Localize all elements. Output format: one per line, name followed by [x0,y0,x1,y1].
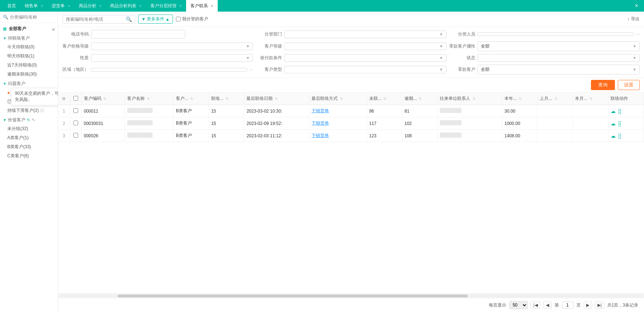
more-action-icon-0[interactable]: ⣿ [618,108,621,114]
sidebar-section-problem[interactable]: ▼ 问题客户 [0,79,58,88]
next-page-button[interactable]: ▶ [584,301,592,309]
th-this-month[interactable]: 本月... ⇅ [573,93,608,105]
th-code[interactable]: 客户编码 ⇅ [81,93,125,105]
th-unit-contact[interactable]: 往来单位联系人 ⇅ [438,93,502,105]
more-conditions-button[interactable]: ▼ 更多条件 ▲ [138,15,173,24]
settings-button[interactable]: 设置 [618,80,640,90]
contact-action-icon-2[interactable]: ☁ [611,133,616,139]
nav-home[interactable]: 首页 [3,0,20,12]
select-all-checkbox[interactable] [73,96,78,101]
horizontal-scrollbar[interactable] [58,293,644,298]
sidebar-item-today[interactable]: 今天待联络(0) [0,42,58,52]
payment-select[interactable]: ▼ [284,54,446,62]
zero-sale-attr-select[interactable]: 全部 ▼ [478,41,640,51]
method-link-0[interactable]: 下销货单 [311,108,329,113]
scrollbar-thumb[interactable] [118,295,467,297]
more-action-icon-2[interactable]: ⣿ [618,133,621,139]
th-type[interactable]: 客户... ⇅ [173,93,209,105]
th-name[interactable]: 客户名称 ⇅ [125,93,174,105]
method-link-1[interactable]: 下销货单 [311,121,329,126]
nav-purchase[interactable]: 进货单 × [47,0,74,12]
sidebar-section-pending[interactable]: ▼ 待联络客户 [0,33,58,42]
nav-sales[interactable]: 销售单 × [20,0,47,12]
gender-select[interactable]: ▼ [91,54,253,62]
my-customers-checkbox[interactable] [176,17,181,21]
status-select[interactable]: ▼ [478,54,640,62]
search-input[interactable] [66,17,126,22]
sidebar-item-7days[interactable]: 近7天待联络(0) [0,61,58,70]
sidebar-item-class-c[interactable]: C类客户(6) [0,151,58,161]
prev-page-button[interactable]: ◀ [543,301,552,309]
th-checkbox[interactable] [70,93,81,105]
th-last-contact-date[interactable]: 最后联络日期 ⇅ [244,93,309,105]
filter-customer-type: 客户类型 ▼ [256,66,446,73]
method-link-2[interactable]: 下销货单 [311,133,329,138]
td-method-2[interactable]: 下销货单 [309,130,367,142]
th-not-contacted[interactable]: 未联... ⇅ [367,93,402,105]
table-settings-icon[interactable]: ⚙ [62,96,66,101]
price-level-select[interactable]: ▼ [91,42,253,50]
sidebar-item-declining[interactable]: 持续下滑客户(2) ⓘ [0,106,58,115]
td-method-0[interactable]: 下销货单 [309,105,367,117]
last-page-button[interactable]: ▶| [595,301,604,309]
customer-type-select[interactable]: ▼ [284,66,446,73]
th-overdue[interactable]: 逾期... ⇅ [402,93,437,105]
region-select[interactable] [91,68,247,72]
refresh-icon[interactable]: ↻ [27,118,30,122]
nav-analysis-close[interactable]: × [99,0,101,12]
contact-action-icon-0[interactable]: ☁ [611,108,616,114]
search-button[interactable]: 🔍 [126,16,132,22]
td-this-month-2 [573,130,608,142]
nav-analysis-list[interactable]: 商品分析列表 × [106,0,146,12]
sidebar-search-input[interactable] [10,15,55,20]
td-checkbox-0[interactable] [70,105,81,117]
sidebar-item-ungroup[interactable]: 未分组(32) [0,124,58,133]
region-more-icon[interactable]: ··· [249,67,253,72]
export-button[interactable]: ↑ 导出 [627,16,640,22]
th-last-contact-method[interactable]: 最后联络方式 ⇅ [309,93,367,105]
td-checkbox-1[interactable] [70,117,81,130]
sidebar-item-class-b[interactable]: B类客户(33) [0,142,58,151]
page-size-select[interactable]: 50 100 200 [509,301,528,309]
row-checkbox-2[interactable] [73,133,78,138]
customer-level-select[interactable]: ▼ [284,42,446,50]
sidebar-item-class-a[interactable]: A类客户(1) [0,133,58,142]
nav-purchase-close[interactable]: × [68,0,70,12]
sidebar-item-tomorrow[interactable]: 明天待联络(1) [0,52,58,61]
person-select[interactable] [478,32,634,36]
nav-sales-close[interactable]: × [41,0,43,12]
first-page-button[interactable]: |◀ [531,301,540,309]
page-input[interactable] [562,301,573,309]
phone-input[interactable] [91,30,185,39]
nav-analysis-list-close[interactable]: × [139,0,141,12]
th-last-month[interactable]: 上月... ⇅ [538,93,573,105]
th-contact[interactable]: 联络... ⇅ [209,93,244,105]
sidebar-section-value[interactable]: ▼ 价值客户 ↻ ✎ [0,115,58,124]
more-action-icon-1[interactable]: ⣿ [618,121,621,126]
nav-customer-contact[interactable]: 客户联系 × [186,0,217,12]
row-checkbox-1[interactable] [73,121,78,125]
info-icon-declining[interactable]: ⓘ [40,108,44,113]
contact-action-icon-1[interactable]: ☁ [611,121,616,126]
td-checkbox-2[interactable] [70,130,81,142]
dept-select[interactable]: ▼ [284,31,446,38]
my-customers-checkbox-wrap[interactable]: 我分管的客户 [176,16,208,22]
edit-icon[interactable]: ✎ [32,118,35,122]
row-checkbox-0[interactable] [73,108,78,113]
window-close-button[interactable]: × [632,3,641,9]
nav-customer-segment-close[interactable]: × [180,0,182,12]
th-settings[interactable]: ⚙ [58,93,70,105]
sidebar-item-overdue[interactable]: 逾期未联络(30) [0,70,58,79]
query-button[interactable]: 查询 [591,80,615,90]
zero-customer-select[interactable]: 全部 ▼ [478,65,640,74]
person-more-icon[interactable]: ··· [636,32,640,37]
sidebar-collapse-button[interactable]: « [52,26,55,32]
td-method-1[interactable]: 下销货单 [309,117,367,130]
sidebar-all-customers[interactable]: ⊞ 全部客户 « [0,23,58,33]
th-this-year[interactable]: 本年... ⇅ [502,93,537,105]
nav-customer-segment[interactable]: 客户分层经营 × [146,0,186,12]
scrollbar-track[interactable] [60,295,643,297]
nav-analysis[interactable]: 商品分析 × [75,0,106,12]
nav-customer-contact-close[interactable]: × [211,0,213,12]
td-this-year-0: 30.00 [502,105,537,117]
